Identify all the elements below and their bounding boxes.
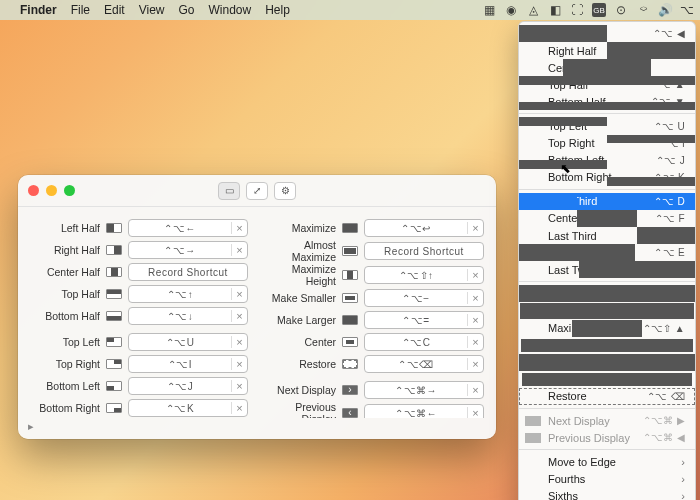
volume-icon[interactable]: 🔊	[658, 3, 672, 17]
control-center-icon[interactable]: ⌥	[680, 3, 694, 17]
clear-shortcut-button[interactable]: ×	[231, 380, 247, 392]
clear-shortcut-button[interactable]: ×	[467, 292, 483, 304]
menu-item[interactable]: Center Third⌃⌥ F	[519, 210, 695, 227]
menu-shortcut: ⌃⌥ U	[654, 121, 685, 132]
shortcut-text: ⌃⌥⌘←	[365, 408, 467, 419]
shortcut-field[interactable]: ⌃⌥↓×	[128, 307, 248, 325]
app-name[interactable]: Finder	[20, 3, 57, 17]
tab-positions[interactable]: ▭	[218, 182, 240, 200]
clear-shortcut-button[interactable]: ×	[467, 407, 483, 418]
tab-settings[interactable]: ⚙	[274, 182, 296, 200]
clear-shortcut-button[interactable]: ×	[467, 314, 483, 326]
menu-item[interactable]: Left Half⌃⌥ ◀	[519, 25, 695, 42]
menu-go[interactable]: Go	[179, 3, 195, 17]
menu-edit[interactable]: Edit	[104, 3, 125, 17]
shortcut-field[interactable]: ⌃⌥⌘←×	[364, 404, 484, 418]
shortcut-text: Record Shortcut	[365, 246, 483, 257]
status-icon[interactable]: ⊙	[614, 3, 628, 17]
clear-shortcut-button[interactable]: ×	[231, 288, 247, 300]
menu-item[interactable]: First Two Thirds⌃⌥ E	[519, 244, 695, 261]
shortcut-field[interactable]: ⌃⌥I×	[128, 355, 248, 373]
row-label: Maximize	[266, 222, 336, 234]
titlebar[interactable]: ▭ ⤢ ⚙	[18, 175, 496, 207]
shortcut-row: Previous Display ⌃⌥⌘←×	[266, 403, 484, 418]
shortcut-field[interactable]: ⌃⌥⌫×	[364, 355, 484, 373]
shortcut-field[interactable]: ⌃⌥K×	[128, 399, 248, 417]
shortcut-field[interactable]: ⌃⌥↑×	[128, 285, 248, 303]
shortcut-field[interactable]: ⌃⌥←×	[128, 219, 248, 237]
shortcut-field[interactable]: ⌃⌥↩×	[364, 219, 484, 237]
menu-item[interactable]: Maximize Height⌃⌥⇧ ▲	[519, 320, 695, 337]
clear-shortcut-button[interactable]: ×	[231, 310, 247, 322]
menu-item[interactable]: Sixths›	[519, 487, 695, 500]
menu-help[interactable]: Help	[265, 3, 290, 17]
clear-shortcut-button[interactable]: ×	[231, 402, 247, 414]
menu-item[interactable]: Restore⌃⌥ ⌫	[519, 388, 695, 405]
shortcut-field[interactable]: ⌃⌥U×	[128, 333, 248, 351]
status-icon[interactable]: ◉	[504, 3, 518, 17]
menu-view[interactable]: View	[139, 3, 165, 17]
position-icon	[525, 248, 541, 258]
position-icon	[525, 306, 541, 316]
menu-item[interactable]: Center⌃⌥ C	[519, 371, 695, 388]
position-icon	[106, 337, 122, 347]
zoom-button[interactable]	[64, 185, 75, 196]
wifi-icon[interactable]: ⌔	[636, 3, 650, 17]
menu-item[interactable]: Right Half⌃⌥ ▶	[519, 42, 695, 59]
menu-separator	[519, 449, 695, 450]
menu-item[interactable]: Fourths›	[519, 470, 695, 487]
shortcut-field[interactable]: ⌃⌥J×	[128, 377, 248, 395]
clear-shortcut-button[interactable]: ×	[467, 269, 483, 281]
shortcut-field[interactable]: ⌃⌥=×	[364, 311, 484, 329]
menu-separator	[519, 189, 695, 190]
menu-item[interactable]: Move to Edge›	[519, 453, 695, 470]
position-icon	[106, 359, 122, 369]
shortcut-field[interactable]: ⌃⌥⌘→×	[364, 381, 484, 399]
minimize-button[interactable]	[46, 185, 57, 196]
close-button[interactable]	[28, 185, 39, 196]
clear-shortcut-button[interactable]: ×	[467, 358, 483, 370]
menu-item[interactable]: Top Right⌃⌥ I	[519, 135, 695, 152]
shortcut-text: Record Shortcut	[129, 267, 247, 278]
clear-shortcut-button[interactable]: ×	[467, 336, 483, 348]
clear-shortcut-button[interactable]: ×	[231, 244, 247, 256]
row-label: Maximize Height	[266, 263, 336, 287]
menu-item[interactable]: Bottom Left⌃⌥ J	[519, 152, 695, 169]
tab-snapping[interactable]: ⤢	[246, 182, 268, 200]
shortcut-field[interactable]: ⌃⌥⇧↑×	[364, 266, 484, 284]
menu-item[interactable]: Almost Maximize	[519, 302, 695, 319]
menu-item[interactable]: Top Left⌃⌥ U	[519, 117, 695, 134]
shortcut-field[interactable]: Record Shortcut	[128, 263, 248, 281]
menu-item[interactable]: Bottom Half⌃⌥ ▼	[519, 93, 695, 110]
clear-shortcut-button[interactable]: ×	[231, 358, 247, 370]
shortcut-field[interactable]: ⌃⌥→×	[128, 241, 248, 259]
shortcut-field[interactable]: ⌃⌥C×	[364, 333, 484, 351]
shortcut-row: Left Half ⌃⌥←×	[30, 219, 248, 237]
shortcut-text: ⌃⌥⌘→	[365, 385, 467, 396]
clear-shortcut-button[interactable]: ×	[467, 384, 483, 396]
menu-item[interactable]: First Third⌃⌥ D	[519, 193, 695, 210]
menu-item[interactable]: Maximize⌃⌥ ↩	[519, 285, 695, 302]
menu-item[interactable]: Top Half⌃⌥ ▲	[519, 76, 695, 93]
clear-shortcut-button[interactable]: ×	[231, 336, 247, 348]
status-icon[interactable]: ▦	[482, 3, 496, 17]
menu-file[interactable]: File	[71, 3, 90, 17]
clear-shortcut-button[interactable]: ×	[231, 222, 247, 234]
clear-shortcut-button[interactable]: ×	[467, 222, 483, 234]
status-icon[interactable]: GB	[592, 3, 606, 17]
disclosure-triangle[interactable]: ▸	[18, 418, 496, 439]
status-icon[interactable]: ◬	[526, 3, 540, 17]
menu-item[interactable]: Last Third⌃⌥ G	[519, 227, 695, 244]
menu-item[interactable]: Bottom Right⌃⌥ K	[519, 169, 695, 186]
menu-shortcut: ⌃⌥ E	[654, 247, 685, 258]
menu-item[interactable]: Last Two Thirds⌃⌥ T	[519, 261, 695, 278]
shortcut-field[interactable]: ⌃⌥−×	[364, 289, 484, 307]
menu-item[interactable]: Larger⌃⌥ =	[519, 354, 695, 371]
status-icon[interactable]: ◧	[548, 3, 562, 17]
menu-item[interactable]: Smaller⌃⌥ −	[519, 337, 695, 354]
status-icon[interactable]: ⛶	[570, 3, 584, 17]
shortcut-field[interactable]: Record Shortcut	[364, 242, 484, 260]
menu-window[interactable]: Window	[209, 3, 252, 17]
menu-item[interactable]: Previous Display⌃⌥⌘ ◀	[519, 429, 695, 446]
menu-item[interactable]: Center Half	[519, 59, 695, 76]
